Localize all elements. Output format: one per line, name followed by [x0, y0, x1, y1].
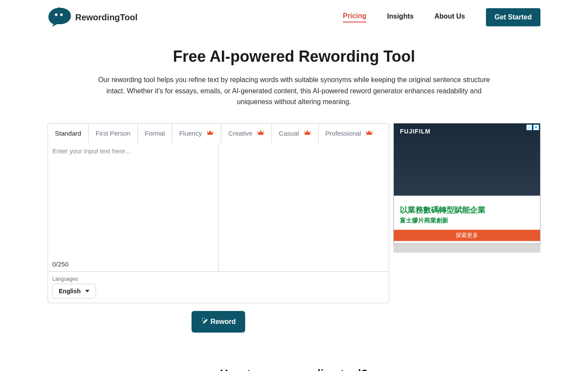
svg-point-3	[58, 7, 60, 9]
wand-icon	[201, 317, 209, 327]
caret-down-icon	[85, 290, 89, 292]
nav-insights[interactable]: Insights	[387, 13, 413, 22]
reword-button-label: Reword	[211, 318, 236, 326]
char-count: 0/250	[48, 257, 218, 271]
site-header: RewordingTool Pricing Insights About Us …	[0, 0, 588, 35]
language-label: Languages	[52, 276, 384, 282]
output-pane	[219, 143, 389, 271]
input-pane: 0/250	[48, 143, 219, 271]
get-started-button[interactable]: Get Started	[486, 8, 540, 26]
svg-point-1	[60, 13, 63, 16]
tab-fluency[interactable]: Fluency	[172, 124, 221, 143]
logo[interactable]: RewordingTool	[48, 6, 137, 29]
tab-label: First Person	[96, 130, 131, 137]
reword-button-wrap: Reword	[48, 311, 389, 333]
ad-close-icon[interactable]: ✕	[533, 124, 539, 130]
page-title: Free AI-powered Rewording Tool	[48, 48, 540, 66]
text-input[interactable]	[48, 143, 218, 257]
page-description: Our rewording tool helps you refine text…	[95, 74, 493, 108]
mode-tabs: Standard First Person Formal Fluency Cre…	[48, 123, 389, 143]
tab-professional[interactable]: Professional	[319, 124, 380, 143]
svg-point-0	[55, 13, 58, 16]
crown-icon	[206, 130, 214, 137]
ad-info-icon[interactable]: i	[526, 124, 532, 130]
ad-cta[interactable]: 探索更多	[394, 230, 540, 241]
tab-label: Fluency	[179, 130, 202, 137]
ad-badges: i ✕	[526, 124, 539, 130]
tab-label: Casual	[279, 130, 299, 137]
language-select[interactable]: English	[52, 284, 96, 298]
tool-container: Standard First Person Formal Fluency Cre…	[48, 123, 389, 333]
logo-text: RewordingTool	[75, 13, 137, 22]
hero-section: Free AI-powered Rewording Tool Our rewor…	[0, 35, 588, 116]
crown-icon	[304, 130, 311, 137]
tab-creative[interactable]: Creative	[221, 124, 272, 143]
tab-first-person[interactable]: First Person	[89, 124, 138, 143]
main-nav: Pricing Insights About Us Get Started	[343, 8, 540, 26]
ad-headline: 以業務數碼轉型賦能企業	[400, 205, 486, 215]
tab-label: Creative	[228, 130, 252, 137]
tab-label: Standard	[55, 130, 81, 137]
tab-casual[interactable]: Casual	[272, 124, 319, 143]
tab-label: Formal	[145, 130, 165, 137]
crown-icon	[257, 130, 265, 137]
tab-label: Professional	[326, 130, 361, 137]
reword-button[interactable]: Reword	[192, 311, 246, 333]
nav-about[interactable]: About Us	[435, 13, 465, 22]
ad-logo: FUJIFILM	[400, 128, 431, 135]
ad-creative[interactable]: i ✕ FUJIFILM 以業務數碼轉型賦能企業 富士膠片商業創新 探索更多	[393, 123, 540, 244]
nav-pricing[interactable]: Pricing	[343, 12, 366, 22]
crown-icon	[365, 130, 373, 137]
tab-formal[interactable]: Formal	[138, 124, 173, 143]
how-to-title: How to use rewording tool?	[0, 367, 588, 371]
logo-icon	[48, 6, 72, 29]
how-to-section: How to use rewording tool?	[0, 346, 588, 371]
language-value: English	[59, 288, 81, 295]
ad-container: i ✕ FUJIFILM 以業務數碼轉型賦能企業 富士膠片商業創新 探索更多	[393, 123, 540, 253]
main-area: Standard First Person Formal Fluency Cre…	[0, 116, 588, 346]
editor-area: 0/250	[48, 143, 389, 272]
ad-subheadline: 富士膠片商業創新	[400, 217, 448, 225]
footer-controls: Languages English	[48, 272, 389, 303]
tab-standard[interactable]: Standard	[48, 124, 89, 143]
